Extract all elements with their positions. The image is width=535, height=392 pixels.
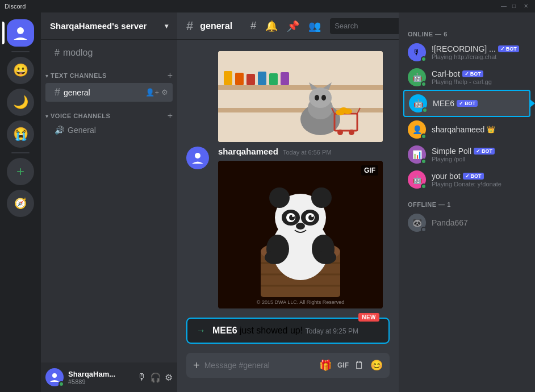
simplepoll-name: Simple Poll [432, 147, 471, 156]
maximize-button[interactable]: □ [512, 3, 519, 10]
server-dropdown-icon: ▾ [165, 22, 168, 30]
add-voice-channel-button[interactable]: + [168, 111, 173, 121]
server-divider [11, 51, 30, 52]
mee6-joined-text: just showed up! [237, 326, 303, 335]
search-input[interactable] [335, 22, 395, 30]
close-button[interactable]: ✕ [524, 3, 530, 10]
svg-point-47 [311, 215, 314, 217]
server-header[interactable]: SharqaHameed's server ▾ [41, 12, 177, 40]
panda667-info: Panda667 [432, 218, 526, 228]
user-controls: 🎙 🎧 ⚙ [137, 372, 173, 383]
message-input[interactable] [204, 361, 315, 370]
minimize-button[interactable]: — [501, 3, 508, 10]
svg-point-46 [292, 215, 294, 217]
window-controls: — □ ✕ [501, 3, 530, 10]
online-section-header: ONLINE — 6 [403, 26, 530, 40]
carlbot-status-text: Playing !help - carl.gg [432, 78, 526, 85]
chat-hash-icon: # [186, 19, 193, 34]
member-item-recording[interactable]: 🎙 ![RECORDING] ... ✓ BOT Playing http://… [403, 40, 530, 65]
simplepoll-info: Simple Poll ✓ BOT Playing /poll [432, 147, 526, 162]
svg-point-0 [17, 27, 24, 34]
sharqahameed-info: sharqahameed 👑 [432, 125, 526, 134]
member-item-yourbot[interactable]: 🤖 your bot ✓ BOT Playing Donate: y!donat… [403, 167, 530, 192]
simplepoll-status-dot [421, 159, 427, 164]
mic-button[interactable]: 🎙 [137, 372, 147, 383]
add-member-icon[interactable]: 👤+ [145, 88, 159, 97]
panda-copyright: © 2015 DWA LLC. All Rights Reserved [218, 299, 383, 305]
svg-rect-8 [258, 72, 266, 85]
channel-list: # modlog ▾ TEXT CHANNELS + # general 👤+ … [41, 40, 177, 362]
message-input-box: + 🎁 GIF 🗒 😊 [186, 353, 390, 378]
headphones-button[interactable]: 🎧 [150, 372, 161, 383]
member-item-mee6[interactable]: 🤖 MEE6 ✓ BOT [403, 90, 530, 117]
yourbot-status-dot [421, 184, 427, 189]
carlbot-status-dot [421, 81, 427, 87]
svg-point-39 [311, 187, 332, 208]
svg-point-48 [296, 223, 305, 230]
gif-button[interactable]: GIF [337, 361, 349, 369]
svg-point-17 [321, 95, 326, 101]
channel-name-general: general [64, 88, 142, 97]
server-divider-2 [11, 152, 30, 153]
svg-point-49 [265, 251, 285, 264]
recording-bot-name: ![RECORDING] ... [432, 44, 496, 53]
chat-header: # general # 🔔 📌 👥 🔍 📥 ? [177, 12, 399, 40]
voice-item-general[interactable]: 🔊 General [45, 123, 173, 137]
user-avatar [45, 368, 64, 386]
member-list-icon[interactable]: 👥 [308, 20, 321, 32]
sharqa-message-header: sharqahameed Today at 6:56 PM [218, 147, 390, 156]
server-icon-emoji3[interactable]: 😭 [7, 120, 34, 148]
channel-item-modlog[interactable]: # modlog [45, 44, 173, 61]
server-icon-main[interactable] [7, 19, 34, 47]
yourbot-badge: ✓ BOT [463, 173, 484, 180]
crown-icon: 👑 [487, 126, 495, 134]
voice-channels-category: ▾ VOICE CHANNELS + [41, 102, 177, 123]
channel-name-modlog: modlog [63, 48, 93, 58]
member-item-sharqahameed[interactable]: 👤 sharqahameed 👑 [403, 117, 530, 142]
app-title: Discord [5, 3, 501, 10]
sharqa-message-content: sharqahameed Today at 6:56 PM [218, 147, 390, 311]
channel-item-general[interactable]: # general 👤+ ⚙ [45, 83, 173, 102]
add-server-button[interactable]: + [7, 158, 34, 185]
offline-section-header: OFFLINE — 1 [403, 197, 530, 210]
svg-point-16 [315, 95, 319, 101]
gift-icon[interactable]: 🎁 [319, 359, 332, 372]
panda-gif: GIF © 2015 DWA LLC. All Rights Reserved [218, 161, 383, 308]
simplepoll-avatar: 📊 [408, 145, 426, 164]
svg-rect-10 [281, 72, 289, 85]
explore-button[interactable]: 🧭 [7, 190, 34, 217]
notifications-icon[interactable]: 🔔 [265, 20, 278, 32]
message-add-button[interactable]: + [193, 359, 200, 372]
settings-icon[interactable]: ⚙ [161, 88, 168, 97]
mee6-member-name: MEE6 [433, 99, 454, 108]
member-item-carlbot[interactable]: 🤖 Carl-bot ✓ BOT Playing !help - carl.gg [403, 65, 530, 90]
app-body: 😀 🌙 😭 + 🧭 SharqaHameed's server ▾ # modl… [0, 12, 535, 392]
add-text-channel-button[interactable]: + [168, 70, 173, 81]
svg-rect-9 [269, 73, 278, 85]
panda667-status-dot [421, 227, 427, 232]
user-info: SharqaHam... #5889 [68, 370, 133, 385]
pinned-messages-icon[interactable]: 📌 [287, 20, 299, 32]
message-group-sharqa: sharqahameed Today at 6:56 PM [177, 144, 399, 313]
server-icon-emoji1[interactable]: 😀 [7, 57, 34, 84]
mee6-info: MEE6 ✓ BOT [433, 99, 525, 108]
mee6-username: MEE6 [212, 326, 237, 335]
member-item-simplepoll[interactable]: 📊 Simple Poll ✓ BOT Playing /poll [403, 142, 530, 167]
sticker-icon[interactable]: 🗒 [354, 360, 365, 372]
settings-button[interactable]: ⚙ [165, 372, 173, 383]
mee6-notification: NEW → MEE6 just showed up! Today at 9:25… [186, 318, 390, 344]
member-item-panda667[interactable]: 🐼 Panda667 [403, 210, 530, 235]
chat-channel-name: general [200, 21, 232, 31]
carlbot-badge: ✓ BOT [462, 70, 483, 77]
threads-icon[interactable]: # [250, 20, 256, 32]
voice-category-collapse-icon[interactable]: ▾ [45, 113, 48, 119]
emoji-icon[interactable]: 😊 [370, 359, 383, 372]
search-box: 🔍 [330, 18, 399, 34]
simplepoll-badge: ✓ BOT [474, 148, 495, 155]
category-collapse-icon[interactable]: ▾ [45, 73, 48, 79]
mee6-name-row: MEE6 ✓ BOT [433, 99, 525, 108]
message-group-cat [177, 49, 399, 144]
server-icon-emoji2[interactable]: 🌙 [7, 89, 34, 116]
yourbot-name-row: your bot ✓ BOT [432, 172, 526, 181]
sharqa-avatar [186, 147, 209, 169]
